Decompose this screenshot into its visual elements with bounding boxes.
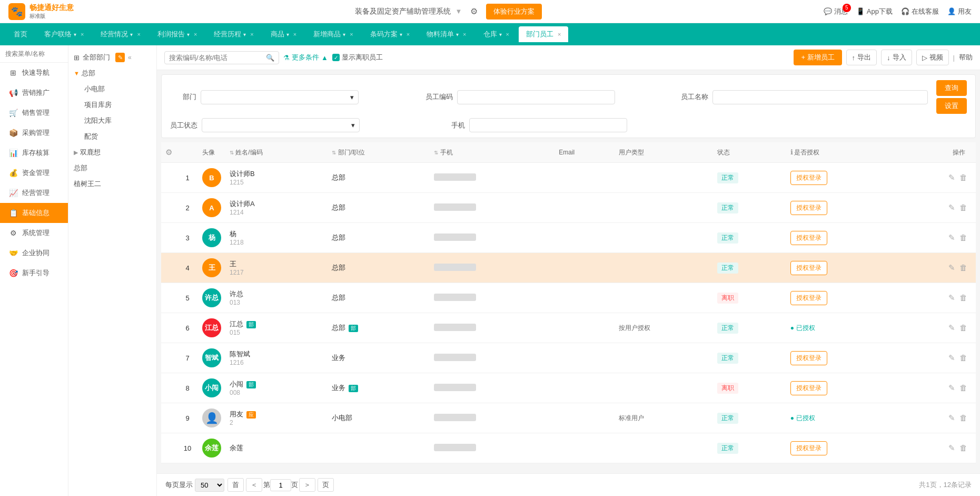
sidebar-item-sales[interactable]: 🛒 销售管理	[0, 103, 68, 123]
edit-icon[interactable]: ✎	[948, 173, 955, 182]
th-dept-pos[interactable]: ⇅ 部门/职位	[328, 142, 430, 163]
employee-name[interactable]: 设计师B	[230, 169, 323, 179]
delete-icon[interactable]: 🗑	[959, 173, 967, 182]
close-icon[interactable]: ×	[506, 31, 509, 37]
delete-icon[interactable]: 🗑	[959, 353, 967, 363]
edit-icon[interactable]: ✎	[948, 413, 955, 423]
tab-profit[interactable]: 利润报告 ▾×	[150, 26, 204, 42]
phone-input[interactable]	[469, 118, 627, 132]
employee-name[interactable]: 王	[230, 259, 323, 269]
delete-icon[interactable]: 🗑	[959, 293, 967, 303]
export-button[interactable]: ↑ 导出	[846, 50, 877, 65]
query-button[interactable]: 查询	[936, 80, 967, 96]
auth-login-btn[interactable]: 授权登录	[790, 351, 827, 365]
tab-home[interactable]: 首页	[6, 26, 35, 42]
close-icon[interactable]: ×	[137, 31, 140, 37]
delete-icon[interactable]: 🗑	[959, 263, 967, 273]
employee-name[interactable]: 江总 部	[230, 319, 323, 329]
status-filter-select[interactable]: ▾	[202, 118, 360, 132]
next-page-btn[interactable]: ＞	[299, 478, 315, 492]
employee-name[interactable]: 小闯 部	[230, 380, 323, 389]
sidebar-item-operations[interactable]: 📈 经营管理	[0, 183, 68, 203]
tab-barcode[interactable]: 条码方案 ▾×	[363, 26, 417, 42]
close-icon[interactable]: ×	[463, 31, 466, 37]
tab-history[interactable]: 经营历程 ▾×	[206, 26, 261, 42]
auth-info-icon[interactable]: ℹ	[790, 148, 793, 156]
user-area[interactable]: 👤 用友	[947, 7, 972, 16]
sidebar-item-finance[interactable]: 💰 资金管理	[0, 163, 68, 183]
more-filter-btn[interactable]: ⚗ 更多条件 ▲	[283, 53, 328, 62]
dept-collapse-btn[interactable]: «	[128, 54, 132, 61]
video-button[interactable]: ▷ 视频	[916, 50, 949, 65]
delete-icon[interactable]: 🗑	[959, 443, 967, 453]
current-page-input[interactable]	[270, 479, 291, 491]
dept-tree-item-zongbu2[interactable]: 总部	[68, 160, 156, 176]
last-page-btn[interactable]: 页	[318, 478, 334, 492]
prev-page-btn[interactable]: ＜	[246, 478, 262, 492]
employee-name[interactable]: 用友 应	[230, 410, 323, 419]
close-icon[interactable]: ×	[558, 31, 561, 37]
online-service-area[interactable]: 🎧 在线客服	[901, 7, 939, 16]
dept-tree-item-shuanglu[interactable]: ▶ 双鹿想	[68, 144, 156, 160]
emp-code-input[interactable]	[457, 90, 615, 104]
trial-button[interactable]: 体验行业方案	[486, 4, 542, 20]
close-icon[interactable]: ×	[293, 31, 296, 37]
close-icon[interactable]: ×	[194, 31, 197, 37]
auth-login-btn[interactable]: 授权登录	[790, 231, 827, 245]
settings-icon[interactable]: ⚙	[470, 6, 478, 16]
help-label[interactable]: 帮助	[959, 53, 973, 62]
delete-icon[interactable]: 🗑	[959, 203, 967, 212]
emp-name-input[interactable]	[712, 90, 928, 104]
sidebar-item-new-guide[interactable]: 🎯 新手引导	[0, 263, 68, 283]
sidebar-item-cooperation[interactable]: 🤝 企业协同	[0, 243, 68, 263]
delete-icon[interactable]: 🗑	[959, 413, 967, 423]
sidebar-item-purchase[interactable]: 📦 采购管理	[0, 123, 68, 143]
edit-icon[interactable]: ✎	[948, 383, 955, 393]
sidebar-item-basic-info[interactable]: 📋 基础信息	[0, 203, 68, 223]
delete-icon[interactable]: 🗑	[959, 323, 967, 333]
close-icon[interactable]: ×	[407, 31, 410, 37]
dept-tree-item-zhishu[interactable]: 植树王二	[68, 176, 156, 192]
auth-login-btn[interactable]: 授权登录	[790, 381, 827, 395]
auth-login-btn[interactable]: 授权登录	[790, 171, 827, 185]
tab-bom[interactable]: 物料清单 ▾×	[419, 26, 473, 42]
resigned-checkbox[interactable]: ✓	[332, 54, 340, 61]
message-icon-area[interactable]: 💬 5 消息	[824, 7, 848, 16]
show-resigned-toggle[interactable]: ✓ 显示离职员工	[332, 53, 383, 62]
tab-customer[interactable]: 客户联络 ▾×	[37, 26, 91, 42]
tab-dept-staff[interactable]: 部门员工 ×	[519, 26, 568, 42]
tab-warehouse[interactable]: 仓库 ▾×	[476, 26, 517, 42]
sidebar-search-input[interactable]	[5, 50, 68, 57]
edit-icon[interactable]: ✎	[948, 323, 955, 333]
employee-name[interactable]: 余莲	[230, 443, 323, 453]
edit-icon[interactable]: ✎	[948, 263, 955, 273]
edit-icon[interactable]: ✎	[948, 443, 955, 453]
table-settings-icon[interactable]: ⚙	[165, 148, 172, 157]
dept-filter-select[interactable]: ▾	[201, 90, 359, 104]
edit-icon[interactable]: ✎	[948, 233, 955, 242]
close-icon[interactable]: ×	[350, 31, 353, 37]
delete-icon[interactable]: 🗑	[959, 233, 967, 242]
edit-icon[interactable]: ✎	[948, 203, 955, 212]
sidebar-item-quick-nav[interactable]: ⊞ 快速导航	[0, 63, 68, 83]
reset-button[interactable]: 设置	[936, 98, 967, 114]
page-size-select[interactable]: 50 100 200	[195, 479, 224, 492]
delete-icon[interactable]: 🗑	[959, 383, 967, 393]
system-dropdown-icon[interactable]: ▼	[455, 7, 462, 15]
dept-tree-item-peihuo[interactable]: 配货	[68, 129, 156, 144]
edit-icon[interactable]: ✎	[948, 293, 955, 303]
sidebar-item-marketing[interactable]: 📢 营销推广	[0, 83, 68, 103]
dept-tree-item-xiangmu[interactable]: 项目库房	[68, 97, 156, 113]
tab-goods[interactable]: 商品 ▾×	[263, 26, 304, 42]
sidebar-item-system[interactable]: ⚙ 系统管理	[0, 223, 68, 243]
first-page-btn[interactable]: 首	[227, 478, 244, 492]
add-employee-button[interactable]: + 新增员工	[794, 50, 842, 65]
tab-operation[interactable]: 经营情况 ▾×	[93, 26, 147, 42]
th-phone[interactable]: ⇅ 手机	[430, 142, 555, 163]
dept-tree-item-zongbu[interactable]: ▼ 总部	[68, 65, 156, 81]
toolbar-search-input[interactable]	[169, 54, 264, 62]
edit-icon[interactable]: ✎	[948, 353, 955, 363]
dept-edit-icon[interactable]: ✎	[115, 53, 125, 62]
app-download-area[interactable]: 📱 App下载	[856, 7, 893, 16]
close-icon[interactable]: ×	[250, 31, 253, 37]
